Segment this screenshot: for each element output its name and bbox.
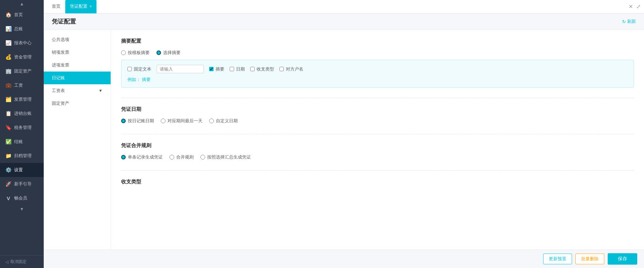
radio-custom-date[interactable] bbox=[209, 119, 214, 123]
left-nav-purchase-invoice-label: 进项发票 bbox=[52, 62, 69, 68]
sidebar-item-archive-management[interactable]: 📁 归档管理 bbox=[0, 149, 44, 163]
checkbox-abstract-label[interactable]: 摘要 bbox=[209, 66, 224, 72]
checkbox-other-name-text: 对方户名 bbox=[286, 66, 303, 72]
sidebar-item-label: 新手引导 bbox=[14, 181, 32, 187]
radio-select-label[interactable]: 选择摘要 bbox=[156, 50, 181, 56]
sidebar-item-report-center[interactable]: 📈 报表中心 bbox=[0, 36, 44, 50]
radio-by-selection-label[interactable]: 按照选择汇总生成凭证 bbox=[200, 154, 251, 160]
left-nav-sales-invoice[interactable]: 销项发票 bbox=[44, 46, 111, 59]
radio-last-day-text: 对应期间最后一天 bbox=[167, 118, 202, 124]
tab-home[interactable]: 首页 bbox=[47, 0, 65, 13]
invoice-management-icon: 🗂️ bbox=[5, 96, 11, 102]
sidebar-item-home[interactable]: 🏠 首页 bbox=[0, 8, 44, 22]
main-area: 首页 凭证配置 × ✕ ⤢ 凭证配置 ↻ 刷新 公共选项 bbox=[44, 0, 644, 268]
content-layout: 公共选项 销项发票 进项发票 日记账 工资表 ▼ 固定资产 bbox=[44, 30, 644, 250]
sidebar-item-tax-management[interactable]: 🔖 税务管理 bbox=[0, 121, 44, 135]
abstract-example-label: 例如： bbox=[127, 77, 141, 82]
radio-single[interactable] bbox=[121, 155, 126, 160]
tax-management-icon: 🔖 bbox=[5, 125, 11, 131]
left-nav-purchase-invoice[interactable]: 进项发票 bbox=[44, 59, 111, 72]
radio-custom-date-text: 自定义日期 bbox=[216, 118, 238, 124]
income-expense-title: 收支类型 bbox=[121, 179, 634, 185]
tab-resize-button[interactable]: ⤢ bbox=[636, 3, 641, 10]
sidebar-item-label: 报表中心 bbox=[14, 40, 32, 46]
radio-by-template[interactable] bbox=[121, 50, 126, 55]
sidebar-item-capital-management[interactable]: 💰 资金管理 bbox=[0, 50, 44, 64]
sidebar-item-label: 结账 bbox=[14, 139, 23, 145]
sidebar-item-label: 首页 bbox=[14, 12, 23, 18]
sidebar-item-settlement[interactable]: ✅ 结账 bbox=[0, 135, 44, 149]
abstract-config-title: 摘要配置 bbox=[121, 38, 634, 44]
tab-voucher-config[interactable]: 凭证配置 × bbox=[65, 0, 97, 13]
refresh-button[interactable]: ↻ 刷新 bbox=[622, 18, 636, 25]
archive-management-icon: 📁 bbox=[5, 153, 11, 159]
sidebar-item-beginner-guide[interactable]: 🚀 新手引导 bbox=[0, 177, 44, 191]
divider-1 bbox=[121, 98, 634, 98]
sidebar-cancel-fixed[interactable]: ◁ 取消固定 bbox=[0, 255, 44, 268]
checkbox-date-label[interactable]: 日期 bbox=[230, 66, 245, 72]
radio-merge[interactable] bbox=[169, 155, 174, 160]
left-nav-fixed-assets[interactable]: 固定资产 bbox=[44, 97, 111, 110]
checkbox-other-name[interactable] bbox=[279, 67, 284, 71]
sidebar-item-fixed-assets[interactable]: 🏢 固定资产 bbox=[0, 64, 44, 78]
tab-home-label: 首页 bbox=[52, 3, 61, 9]
checkbox-income-type[interactable] bbox=[250, 67, 255, 71]
radio-last-day[interactable] bbox=[161, 119, 165, 123]
voucher-merge-section: 凭证合并规则 单条记录生成凭证 合并规则 按照选择汇总生成凭证 bbox=[121, 142, 634, 160]
radio-merge-label[interactable]: 合并规则 bbox=[169, 154, 194, 160]
radio-single-label[interactable]: 单条记录生成凭证 bbox=[121, 154, 163, 160]
radio-select-text: 选择摘要 bbox=[163, 50, 181, 56]
voucher-merge-title: 凭证合并规则 bbox=[121, 142, 634, 149]
checkbox-fixed-text-label[interactable]: 固定文本 bbox=[127, 66, 151, 72]
radio-by-template-label[interactable]: 按模板摘要 bbox=[121, 50, 150, 56]
vip-icon: V bbox=[5, 195, 11, 201]
sidebar-scroll-down[interactable]: ▼ bbox=[0, 205, 44, 213]
sidebar-item-label: 税务管理 bbox=[14, 125, 32, 131]
abstract-text-input[interactable] bbox=[157, 65, 204, 73]
left-nav-public-options[interactable]: 公共选项 bbox=[44, 33, 111, 46]
save-button[interactable]: 保存 bbox=[608, 253, 637, 265]
left-nav-payroll-table[interactable]: 工资表 ▼ bbox=[44, 84, 111, 97]
tab-bar: 首页 凭证配置 × ✕ ⤢ bbox=[44, 0, 644, 13]
sidebar-item-label: 进销台账 bbox=[14, 110, 32, 117]
sidebar-item-invoice-management[interactable]: 🗂️ 发票管理 bbox=[0, 92, 44, 106]
left-nav-journal[interactable]: 日记账 bbox=[44, 72, 111, 84]
abstract-config-section: 摘要配置 按模板摘要 选择摘要 bbox=[121, 38, 634, 88]
sidebar-item-settings[interactable]: ⚙️ 设置 bbox=[0, 163, 44, 177]
update-preview-button[interactable]: 更新预置 bbox=[543, 254, 572, 264]
radio-by-journal-date-label[interactable]: 按日记账日期 bbox=[121, 118, 154, 124]
sidebar-item-label: 工资 bbox=[14, 82, 23, 88]
radio-by-journal-date-text: 按日记账日期 bbox=[128, 118, 154, 124]
tab-close-icon[interactable]: × bbox=[89, 4, 92, 9]
radio-single-text: 单条记录生成凭证 bbox=[128, 154, 163, 160]
tab-voucher-config-label: 凭证配置 bbox=[70, 3, 87, 9]
refresh-label: 刷新 bbox=[627, 18, 636, 25]
radio-by-selection-text: 按照选择汇总生成凭证 bbox=[207, 154, 251, 160]
radio-select[interactable] bbox=[156, 50, 161, 55]
radio-last-day-label[interactable]: 对应期间最后一天 bbox=[161, 118, 202, 124]
tab-close-button[interactable]: ✕ bbox=[629, 3, 633, 10]
abstract-radio-group: 按模板摘要 选择摘要 bbox=[121, 50, 634, 56]
sidebar-scroll-up[interactable]: ▲ bbox=[0, 0, 44, 8]
checkbox-date[interactable] bbox=[230, 67, 234, 71]
left-nav-fixed-assets-label: 固定资产 bbox=[52, 100, 69, 106]
checkbox-abstract[interactable] bbox=[209, 67, 214, 71]
checkbox-other-name-label[interactable]: 对方户名 bbox=[279, 66, 303, 72]
radio-custom-date-label[interactable]: 自定义日期 bbox=[209, 118, 238, 124]
chevron-down-icon: ▼ bbox=[99, 88, 103, 93]
sidebar-item-general-ledger[interactable]: 📊 总账 bbox=[0, 22, 44, 36]
sidebar-item-vip[interactable]: V 畅会员 bbox=[0, 191, 44, 205]
checkbox-abstract-text: 摘要 bbox=[216, 66, 224, 72]
sidebar-item-payroll[interactable]: 💼 工资 bbox=[0, 78, 44, 92]
general-ledger-icon: 📊 bbox=[5, 26, 11, 32]
sidebar-item-purchase-sales[interactable]: 📋 进销台账 bbox=[0, 106, 44, 121]
settings-icon: ⚙️ bbox=[5, 167, 11, 173]
income-expense-section: 收支类型 bbox=[121, 179, 634, 185]
checkbox-income-type-label[interactable]: 收支类型 bbox=[250, 66, 274, 72]
sidebar-item-label: 资金管理 bbox=[14, 54, 32, 60]
sidebar-item-label: 设置 bbox=[14, 167, 23, 173]
batch-delete-button[interactable]: 批量删除 bbox=[575, 254, 604, 264]
checkbox-fixed-text[interactable] bbox=[127, 67, 132, 71]
radio-by-selection[interactable] bbox=[200, 155, 205, 160]
radio-by-journal-date[interactable] bbox=[121, 119, 126, 123]
